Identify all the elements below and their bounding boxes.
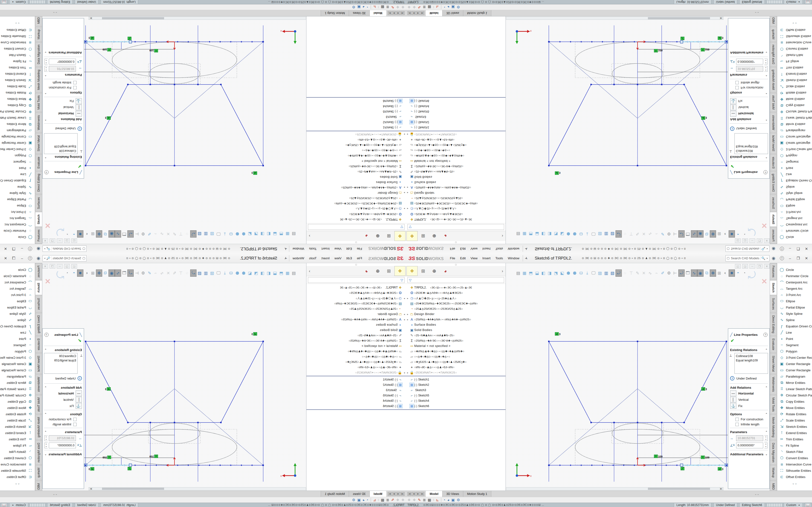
scrollbar-thumb[interactable] <box>102 488 164 490</box>
bottom-toolbar-icon-1[interactable]: ❖ <box>396 498 399 502</box>
relations-listbox[interactable]: Collinear108Equal length109 <box>734 133 768 154</box>
command-tab-weldments[interactable]: Weldments <box>770 113 777 132</box>
tree-splitter-2[interactable] <box>306 409 406 410</box>
existing-relations-header[interactable]: Existing Relations ⌃ <box>728 347 769 352</box>
tree-row[interactable]: ▣ Solid Bodies <box>306 327 406 333</box>
tool-corner-rectangle[interactable]: ▭ Corner Rectangle <box>777 367 812 373</box>
tool-silhouette-entities[interactable]: ⛶ Silhouette Entities <box>0 467 35 474</box>
add-relation-vertical[interactable]: │ Vertical <box>43 396 84 403</box>
command-tab-direct-editing[interactable]: Direct Editing <box>770 313 777 336</box>
additional-parameters-header[interactable]: Additional Parameters ⌄ <box>728 50 769 56</box>
tools-more-chevron-icon[interactable]: ⌄⌄ <box>0 482 35 485</box>
relation-badge[interactable]: =109 <box>103 48 111 51</box>
tree-row-sketch1[interactable]: ⌐ (-) Sketch1 <box>406 377 506 382</box>
bottom-toolbar-icon-5[interactable]: ⍿ <box>433 498 434 502</box>
tab-3d-views[interactable]: 3D Views <box>443 491 463 497</box>
relation-badge[interactable]: ⊿3 <box>252 332 257 336</box>
relation-badge[interactable]: =109 <box>701 456 709 459</box>
tree-row[interactable]: ≔ Material < not specified > <box>306 343 406 349</box>
add-relation-horizontal[interactable]: — Horizontal <box>728 111 769 117</box>
tool-center-rectangle[interactable]: ▣ Center Rectangle <box>777 140 812 146</box>
tool-copy-entities[interactable]: ⧉ Copy Entities <box>0 398 35 405</box>
command-tab-features[interactable]: Features <box>770 227 777 244</box>
tree-row[interactable]: ▸ 🔒 ○25ЗЄИΝАΠ✦○∘○✦ΠАИΝЗЄ25○ <box>406 132 506 137</box>
options-header[interactable]: Options ⌃ <box>43 411 84 417</box>
add-relations-header[interactable]: Add Relations ⌃ <box>43 385 84 390</box>
add-relation-fix[interactable]: ⚓ Fix <box>728 403 769 409</box>
relation-badge[interactable]: ⊿3 <box>718 467 723 470</box>
command-tab-features[interactable]: Features <box>35 227 42 244</box>
bottom-toolbar-icon-5[interactable]: ⍿ <box>378 498 379 502</box>
tree-row[interactable]: ⌖ ○ИΝ∘∂Є∘♟◎○∘○◎♟∘Є∂∘ИΝ○ <box>306 364 406 370</box>
tool-3-point-arc[interactable]: ⌢ 3 Point Arc <box>777 292 812 298</box>
scrollbar-arrow-icon[interactable]: ▶ <box>719 488 723 490</box>
tool-rotate-entities[interactable]: ⟳ Rotate Entities <box>0 90 35 96</box>
tool-tangent-arc[interactable]: ⌓ Tangent Arc <box>0 285 35 292</box>
tree-row-sketch5[interactable]: ⌐ (-) Sketch5 <box>406 109 506 114</box>
expand-arrow-icon[interactable]: ▸ <box>406 133 409 136</box>
command-tab-markup[interactable]: Markup <box>770 465 777 480</box>
tool-fit-spline[interactable]: ⌙ Fit Spline <box>777 442 812 449</box>
fm-tab-0[interactable]: ❖ <box>394 231 406 241</box>
bottom-toolbar-icon-6[interactable]: ⊾ <box>373 498 376 502</box>
tool-copy-entities[interactable]: ⧉ Copy Entities <box>777 102 812 109</box>
restore-button[interactable]: ❐ <box>794 245 802 252</box>
pin-icon[interactable]: ➤ <box>283 246 288 251</box>
spinner-control[interactable]: ▲▼ <box>45 66 48 72</box>
close-button[interactable]: ✕ <box>1 245 10 252</box>
tool-centerpoint-arc[interactable]: ⌒ Centerpoint Arc <box>777 279 812 285</box>
tree-row-sketch6[interactable]: ⊞ (-) Sketch6 <box>406 403 506 409</box>
spinner-control[interactable]: ▲▼ <box>764 443 767 448</box>
pm-help-icon[interactable]: ? <box>763 333 767 337</box>
tree-row[interactable]: ▸ A ○25ИΝ◎∘✚А✚◎ΝА○∘○АΝ◎✚А✚∘◎ИΝ25○ <box>406 317 506 322</box>
tool-intersection-curve[interactable]: ⧈ Intersection Curve <box>0 461 35 467</box>
units-dropdown[interactable]: Custom▲ <box>9 503 28 507</box>
tab-nav-icon[interactable]: ▶| <box>388 492 392 496</box>
horizontal-scrollbar[interactable]: ▶ <box>506 487 723 490</box>
parameter-value-field[interactable]: 10.88152731 <box>49 66 76 72</box>
tab-motion-study-1[interactable]: Motion Study 1 <box>463 10 491 16</box>
tool-sketch-fillet[interactable]: ◝ Sketch Fillet <box>0 449 35 455</box>
tool-3-point-arc[interactable]: ⌢ 3 Point Arc <box>0 292 35 298</box>
tab-nav-icon[interactable]: ◀ <box>412 11 416 15</box>
menu-window[interactable]: Window <box>293 247 304 250</box>
scrollbar-thumb[interactable] <box>102 17 164 19</box>
command-tab-mold-tools[interactable]: Mold Tools <box>770 395 777 414</box>
options-header[interactable]: Options ⌃ <box>728 411 769 417</box>
tab-nav-icon[interactable]: |◀ <box>401 492 405 496</box>
tools-more-chevron-icon[interactable]: ⌄⌄ <box>777 482 812 485</box>
command-tab-surfaces[interactable]: Surfaces <box>35 295 42 312</box>
help-icon[interactable]: ? <box>778 245 786 252</box>
bottom-toolbar-icon-6[interactable]: ⊾ <box>373 5 376 9</box>
tool-spline[interactable]: ∿ Spline <box>0 184 35 190</box>
menu-edit[interactable]: Edit <box>460 247 466 250</box>
tool-style-spline[interactable]: ∿ Style Spline <box>0 311 35 317</box>
tree-row[interactable]: ▸ 🗀 Design Binder <box>306 312 406 317</box>
tool-equation-driven-curve[interactable]: ƒ Equation Driven Curve <box>777 323 812 329</box>
command-tab-sketch[interactable]: Sketch <box>35 212 42 227</box>
tool-circle[interactable]: ◯ Circle <box>0 234 35 240</box>
tool-offset-entities[interactable]: ⊏ Offset Entities <box>0 474 35 480</box>
tool-extend-entities[interactable]: ⊺ Extend Entities <box>777 71 812 77</box>
add-relation-fix[interactable]: ⚓ Fix <box>43 403 84 409</box>
command-tab-evaluate[interactable]: Evaluate <box>35 336 42 353</box>
pin-icon[interactable]: ➤ <box>524 256 529 261</box>
tool-partial-ellipse[interactable]: ◡ Partial Ellipse <box>0 196 35 203</box>
tree-row[interactable]: ▱ ○✚ʒЄ∂25∘♟○✱◎|○∘○|◎✱○♟∘25∂Єʒ✚○ <box>406 359 506 364</box>
command-tab-features[interactable]: Features <box>770 263 777 280</box>
expand-arrow-icon[interactable]: ▸ <box>403 208 406 210</box>
tree-row-sketch5[interactable]: ⌐ (-) Sketch5 <box>406 393 506 398</box>
checkbox-for-construction[interactable]: For construction <box>728 85 769 90</box>
tool-sketch-fillet[interactable]: ◝ Sketch Fillet <box>0 52 35 58</box>
parameters-header[interactable]: Parameters ⌃ <box>43 72 84 78</box>
tree-row[interactable]: ✎ ○25∘Ν✱♟Аm○∘○mА♟✱Ν∘25○ <box>306 333 406 338</box>
command-tab-sheet-metal[interactable]: Sheet Metal <box>770 353 777 374</box>
menu-insert[interactable]: Insert <box>321 247 329 250</box>
search-icon[interactable]: 🔍 <box>46 247 52 250</box>
tree-row-sketch3[interactable]: ⌐ Sketch3 <box>306 388 406 393</box>
tool-ellipse[interactable]: ⬭ Ellipse <box>0 298 35 304</box>
tool-polygon[interactable]: ⬡ Polygon <box>777 348 812 354</box>
tree-row-sketch4[interactable]: ⌐ (-) Sketch4 <box>306 398 406 403</box>
tool-line[interactable]: ╱ Line <box>777 329 812 336</box>
add-relation-vertical[interactable]: │ Vertical <box>43 104 84 111</box>
